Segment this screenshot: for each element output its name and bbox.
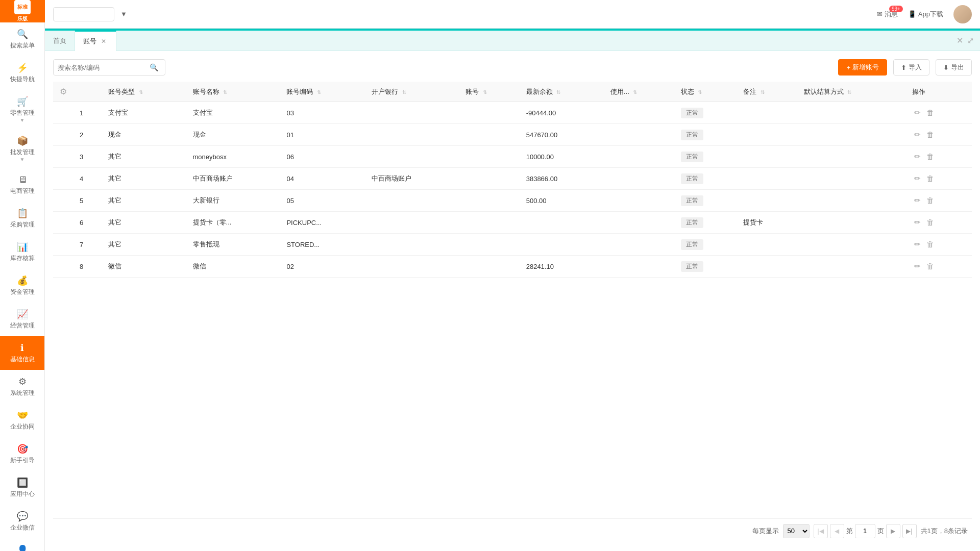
page-last-button[interactable]: ▶| <box>902 524 917 538</box>
cell-bank <box>365 212 459 234</box>
cell-bank <box>365 190 459 212</box>
add-account-button[interactable]: + 新增账号 <box>838 59 887 76</box>
delete-button[interactable]: 🗑 <box>924 261 936 271</box>
app-logo[interactable]: 标准 乐版 <box>0 0 45 22</box>
account-table: ⚙ 账号类型 ⇅ 账号名称 ⇅ 账号编码 ⇅ 开户银行 ⇅ 账号 ⇅ 最新余额 … <box>53 82 972 278</box>
th-remark[interactable]: 备注 ⇅ <box>737 82 797 102</box>
sidebar-item-retail[interactable]: 🛒 零售管理 ▼ <box>0 90 44 129</box>
th-settlement[interactable]: 默认结算方式 ⇅ <box>798 82 906 102</box>
cell-code: PICKUPC... <box>280 212 365 234</box>
cell-name: 支付宝 <box>187 102 281 124</box>
app-download-button[interactable]: 📱 App下载 <box>908 10 943 19</box>
status-badge: 正常 <box>681 261 703 272</box>
cell-balance: 383866.00 <box>520 168 604 190</box>
sidebar-item-finance[interactable]: 💰 资金管理 <box>0 269 44 303</box>
cell-settings <box>53 146 74 168</box>
edit-button[interactable]: ✏ <box>912 151 923 162</box>
inventory-icon: 📊 <box>17 241 28 253</box>
th-account[interactable]: 账号 ⇅ <box>459 82 520 102</box>
delete-button[interactable]: 🗑 <box>924 239 936 249</box>
th-bank[interactable]: 开户银行 ⇅ <box>365 82 459 102</box>
cell-account <box>459 234 520 256</box>
sidebar-item-system[interactable]: ⚙ 系统管理 <box>0 370 44 404</box>
tab-expand-icon[interactable]: ⤢ <box>967 36 974 45</box>
cell-code: 01 <box>280 124 365 146</box>
tab-home[interactable]: 首页 <box>45 31 75 51</box>
th-type[interactable]: 账号类型 ⇅ <box>102 82 186 102</box>
sidebar-item-label: 企业微信 <box>10 523 35 532</box>
sidebar-item-quicknav[interactable]: ⚡ 快捷导航 <box>0 56 44 90</box>
topbar-dropdown[interactable]: ▼ <box>120 10 127 18</box>
cell-remark <box>737 146 797 168</box>
delete-button[interactable]: 🗑 <box>924 195 936 206</box>
cell-remark: 提货卡 <box>737 212 797 234</box>
tab-close-all-icon[interactable]: ✕ <box>957 36 963 45</box>
cell-usage <box>604 234 675 256</box>
sidebar-item-inventory[interactable]: 📊 库存核算 <box>0 235 44 269</box>
sidebar-item-ecommerce[interactable]: 🖥 电商管理 <box>0 168 44 202</box>
delete-button[interactable]: 🗑 <box>924 129 936 140</box>
sidebar-item-basicinfo[interactable]: ℹ 基础信息 <box>0 336 44 370</box>
cell-op: ✏ 🗑 <box>906 168 972 190</box>
page-first-button[interactable]: |◀ <box>814 524 828 538</box>
th-name[interactable]: 账号名称 ⇅ <box>187 82 281 102</box>
sidebar-item-guide[interactable]: 🎯 新手引导 <box>0 437 44 471</box>
cell-type: 现金 <box>102 124 186 146</box>
export-label: 导出 <box>951 63 964 72</box>
cell-usage <box>604 124 675 146</box>
retail-icon: 🛒 <box>17 96 28 107</box>
page-size-select[interactable]: 50 20 100 <box>783 524 810 538</box>
sidebar-item-label: 新手引导 <box>10 456 35 465</box>
cell-bank <box>365 256 459 278</box>
edit-button[interactable]: ✏ <box>912 217 923 228</box>
edit-button[interactable]: ✏ <box>912 107 923 118</box>
cell-index: 5 <box>74 190 102 212</box>
edit-button[interactable]: ✏ <box>912 261 923 272</box>
edit-button[interactable]: ✏ <box>912 239 923 250</box>
cell-settlement <box>798 102 906 124</box>
import-button[interactable]: ⬆ 导入 <box>893 59 929 76</box>
delete-button[interactable]: 🗑 <box>924 173 936 184</box>
cell-account <box>459 212 520 234</box>
edit-button[interactable]: ✏ <box>912 173 923 184</box>
column-settings-icon[interactable]: ⚙ <box>60 87 67 96</box>
sidebar-item-member[interactable]: 👤 畅会员 <box>0 538 44 551</box>
th-status[interactable]: 状态 ⇅ <box>675 82 738 102</box>
message-button[interactable]: ✉ 消息 99+ <box>877 10 898 19</box>
export-button[interactable]: ⬇ 导出 <box>936 59 972 76</box>
edit-button[interactable]: ✏ <box>912 195 923 206</box>
cell-code: 05 <box>280 190 365 212</box>
cell-status: 正常 <box>675 212 738 234</box>
tabbar: 首页 账号 ✕ ✕ ⤢ <box>45 31 980 51</box>
page-next-button[interactable]: ▶ <box>886 524 900 538</box>
sidebar-item-wholesale[interactable]: 📦 批发管理 ▼ <box>0 129 44 168</box>
sidebar-item-operation[interactable]: 📈 经营管理 <box>0 303 44 336</box>
delete-button[interactable]: 🗑 <box>924 151 936 162</box>
th-usage[interactable]: 使用... ⇅ <box>604 82 675 102</box>
th-code[interactable]: 账号编码 ⇅ <box>280 82 365 102</box>
delete-button[interactable]: 🗑 <box>924 217 936 228</box>
page-suffix-label: 页 <box>877 527 884 536</box>
account-search-input[interactable] <box>58 64 150 71</box>
page-prev-button[interactable]: ◀ <box>830 524 844 538</box>
guide-icon: 🎯 <box>17 443 28 455</box>
delete-button[interactable]: 🗑 <box>924 107 936 118</box>
search-icon[interactable]: 🔍 <box>150 63 158 71</box>
sidebar-item-search[interactable]: 🔍 搜索菜单 <box>0 22 44 56</box>
cell-index: 1 <box>74 102 102 124</box>
sidebar-item-wechat[interactable]: 💬 企业微信 <box>0 505 44 538</box>
sidebar-item-appcenter[interactable]: 🔲 应用中心 <box>0 471 44 505</box>
user-avatar[interactable] <box>953 5 972 23</box>
topbar-search-input[interactable] <box>53 7 114 21</box>
th-balance[interactable]: 最新余额 ⇅ <box>520 82 604 102</box>
sidebar-item-enterprise[interactable]: 🤝 企业协同 <box>0 404 44 437</box>
cell-account <box>459 256 520 278</box>
page-number-input[interactable] <box>855 524 875 538</box>
sidebar-item-purchase[interactable]: 📋 采购管理 <box>0 202 44 235</box>
tab-account[interactable]: 账号 ✕ <box>75 31 116 51</box>
edit-button[interactable]: ✏ <box>912 129 923 140</box>
sidebar-item-label: 基础信息 <box>10 355 35 364</box>
cell-settings <box>53 256 74 278</box>
tab-close-button[interactable]: ✕ <box>100 37 108 45</box>
cell-type: 其它 <box>102 234 186 256</box>
